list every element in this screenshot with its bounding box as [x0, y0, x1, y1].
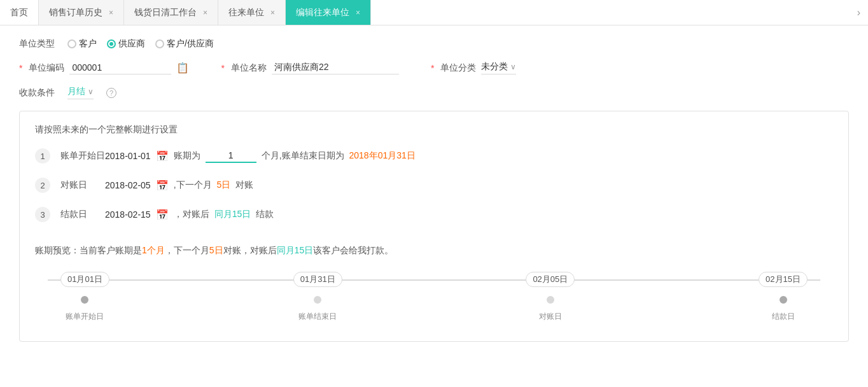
timeline-container: 01月01日 账单开始日 01月31日 账单结束日 [35, 272, 833, 322]
tab-expand-button[interactable]: › [850, 0, 868, 25]
timeline-item-start: 01月01日 账单开始日 [60, 272, 109, 322]
timeline-badge-payment: 02月15日 [759, 272, 808, 287]
step-2-number: 2 [35, 178, 50, 193]
period-setting-card: 请按照未来的一个完整帐期进行设置 1 账单开始日 2018-01-01 📅 账期… [19, 111, 849, 342]
step-3-calendar-icon[interactable]: 📅 [156, 209, 169, 221]
radio-supplier-label: 供应商 [118, 38, 145, 50]
tab-edit-partner-close[interactable]: × [356, 8, 360, 17]
unit-category-value: 未分类 [481, 61, 508, 73]
unit-name-star: * [221, 63, 224, 73]
unit-name-label: 单位名称 [231, 62, 267, 74]
preview-payment: 同月15日 [277, 245, 314, 255]
radio-supplier-circle [107, 39, 116, 48]
step-2-row: 2 对账日 2018-02-05 📅 ,下一个月 5日 对账 [35, 178, 833, 193]
radio-customer-circle [67, 39, 76, 48]
timeline-badge-reconcile: 02月05日 [526, 272, 575, 287]
preview-reconcile: 5日 [209, 245, 223, 255]
tab-sales-history-label: 销售订单历史 [49, 7, 102, 18]
timeline-label-start: 账单开始日 [66, 311, 104, 322]
main-content: 单位类型 客户 供应商 客户/供应商 * 单位编码 📋 * 单位名称 [0, 25, 868, 387]
step-3-row: 3 结款日 2018-02-15 📅 ，对账后 同月15日 结款 [35, 207, 833, 222]
unit-code-calendar-icon[interactable]: 📋 [176, 62, 189, 74]
radio-both-label: 客户/供应商 [167, 38, 214, 50]
unit-type-radio-group: 客户 供应商 客户/供应商 [67, 38, 214, 50]
radio-both-circle [155, 39, 164, 48]
step-3-number: 3 [35, 207, 50, 222]
tab-home-label: 首页 [10, 7, 28, 18]
step-1-number: 1 [35, 148, 50, 164]
unit-category-label: 单位分类 [440, 62, 476, 74]
unit-code-input[interactable] [69, 61, 171, 74]
step-1-row: 1 账单开始日 2018-01-01 📅 账期为 个月,账单结束日期为 2018… [35, 148, 833, 164]
tab-sales-history-close[interactable]: × [109, 8, 113, 17]
step-1-end-date: 2018年01月31日 [349, 150, 416, 162]
payment-term-select[interactable]: 月结 ∨ [67, 86, 94, 99]
step-2-content: 2018-02-05 📅 ,下一个月 5日 对账 [105, 179, 833, 192]
step-3-highlight2: 同月15日 [214, 209, 251, 220]
unit-type-row: 单位类型 客户 供应商 客户/供应商 [19, 38, 849, 50]
tab-edit-partner-label: 编辑往来单位 [296, 7, 349, 18]
step-1-date-value: 2018-01-01 [105, 151, 151, 161]
preview-section: 账期预览：当前客户账期是1个月，下一个月5日对账，对账后同月15日该客户会给我打… [35, 236, 833, 322]
unit-category-star: * [431, 63, 434, 73]
preview-text: 账期预览：当前客户账期是1个月，下一个月5日对账，对账后同月15日该客户会给我打… [35, 245, 833, 257]
step-1-calendar-icon[interactable]: 📅 [156, 150, 169, 162]
step-2-date-value: 2018-02-05 [105, 180, 151, 190]
payment-term-row: 收款条件 月结 ∨ ? [19, 86, 849, 99]
timeline-badge-start: 01月01日 [60, 272, 109, 287]
step-3-suffix-after: 结款 [256, 209, 274, 220]
radio-both[interactable]: 客户/供应商 [155, 38, 214, 50]
tab-partner-close[interactable]: × [270, 8, 275, 17]
unit-code-star: * [19, 63, 22, 73]
tab-partner[interactable]: 往来单位 × [218, 0, 286, 25]
card-title: 请按照未来的一个完整帐期进行设置 [35, 124, 833, 136]
step-1-suffix-before: 账期为 [174, 150, 200, 162]
tab-cash-work-label: 钱货日清工作台 [134, 7, 197, 18]
unit-type-label: 单位类型 [19, 38, 55, 50]
tab-home[interactable]: 首页 [0, 0, 39, 25]
tab-cash-work-close[interactable]: × [203, 8, 207, 17]
timeline-items: 01月01日 账单开始日 01月31日 账单结束日 [60, 272, 808, 322]
radio-supplier[interactable]: 供应商 [107, 38, 145, 50]
unit-category-chevron-icon: ∨ [510, 62, 516, 71]
timeline-dot-start [81, 296, 88, 304]
tab-bar: 首页 销售订单历史 × 钱货日清工作台 × 往来单位 × 编辑往来单位 × › [0, 0, 868, 25]
unit-category-select[interactable]: 未分类 ∨ [481, 61, 516, 74]
unit-name-input[interactable] [272, 61, 399, 74]
step-1-period-input[interactable] [206, 149, 256, 163]
unit-info-row: * 单位编码 📋 * 单位名称 * 单位分类 未分类 ∨ [19, 61, 849, 74]
step-3-content: 2018-02-15 📅 ，对账后 同月15日 结款 [105, 209, 833, 221]
step-1-label: 账单开始日 [60, 150, 105, 162]
step-3-date-value: 2018-02-15 [105, 209, 151, 220]
payment-term-chevron-icon: ∨ [88, 87, 94, 96]
step-2-calendar-icon[interactable]: 📅 [156, 179, 169, 192]
step-3-label: 结款日 [60, 209, 105, 220]
timeline-dot-payment [780, 296, 787, 304]
step-2-suffix-after: 对账 [235, 179, 253, 191]
payment-term-help-icon[interactable]: ? [106, 88, 116, 98]
preview-mid2: 对账，对账后 [223, 245, 277, 255]
timeline-item-end-bill: 01月31日 账单结束日 [293, 272, 342, 322]
timeline-dot-reconcile [547, 296, 554, 304]
preview-prefix: 账期预览：当前客户账期是 [35, 245, 142, 255]
radio-customer[interactable]: 客户 [67, 38, 97, 50]
timeline-label-end-bill: 账单结束日 [298, 311, 337, 322]
tab-edit-partner[interactable]: 编辑往来单位 × [286, 0, 371, 25]
tab-sales-history[interactable]: 销售订单历史 × [39, 0, 124, 25]
step-2-label: 对账日 [60, 179, 105, 191]
step-2-highlight1: 5日 [217, 179, 231, 191]
step-3-prefix: ，对账后 [174, 209, 209, 220]
preview-period: 1个月 [142, 245, 165, 255]
unit-name-group: * 单位名称 [221, 61, 398, 74]
timeline-badge-end-bill: 01月31日 [293, 272, 342, 287]
timeline-label-payment: 结款日 [772, 311, 795, 322]
step-2-prefix: ,下一个月 [174, 179, 212, 191]
timeline-item-reconcile: 02月05日 对账日 [526, 272, 575, 322]
payment-term-value: 月结 [67, 86, 85, 97]
tab-partner-label: 往来单位 [228, 7, 264, 18]
step-1-content: 2018-01-01 📅 账期为 个月,账单结束日期为 2018年01月31日 [105, 149, 833, 163]
timeline-label-reconcile: 对账日 [539, 311, 562, 322]
timeline-dot-end-bill [314, 296, 321, 304]
tab-cash-work[interactable]: 钱货日清工作台 × [124, 0, 218, 25]
unit-category-group: * 单位分类 未分类 ∨ [431, 61, 516, 74]
